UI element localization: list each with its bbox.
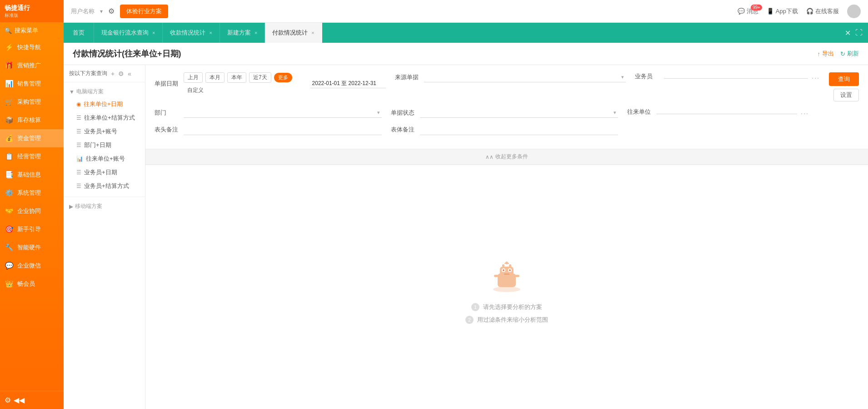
filter-cell-body-note: 表体备注 — [391, 124, 618, 135]
tab-payment-label: 付款情况统计 — [272, 29, 308, 37]
scheme-mobile-title: ▶ 移动端方案 — [64, 201, 145, 212]
refresh-button[interactable]: ↻ 刷新 — [840, 50, 859, 58]
staff-dots-button[interactable]: ... — [812, 73, 820, 80]
main-body: 单据日期 上月 本月 本年 近7天 更多 自定义 — [145, 65, 868, 409]
sidebar-item-guide[interactable]: 🎯 新手引导 — [0, 220, 64, 238]
tab-receipt[interactable]: 收款情况统计 × — [163, 23, 219, 43]
date-quick-buttons: 上月 本月 本年 近7天 更多 自定义 — [184, 72, 308, 95]
sidebar-item-operation[interactable]: 📋 经营管理 — [0, 147, 64, 166]
date-btn-more[interactable]: 更多 — [274, 73, 292, 82]
collapse-button[interactable]: ∧∧ 收起更多条件 — [485, 153, 528, 161]
sidebar-item-cooperation[interactable]: 🤝 企业协同 — [0, 202, 64, 220]
sidebar-item-purchase[interactable]: 🛒 采购管理 — [0, 93, 64, 111]
svg-rect-10 — [502, 264, 504, 267]
sidebar-item-finance[interactable]: 💰 资金管理 — [0, 129, 64, 147]
sidebar-item-nav[interactable]: ⚡ 快捷导航 — [0, 38, 64, 56]
hardware-icon: 🔧 — [5, 243, 14, 252]
tab-new-scheme[interactable]: 新建方案 × — [220, 23, 265, 43]
svg-point-5 — [503, 269, 504, 271]
app-download-label: App下载 — [776, 7, 798, 15]
filter-row-3: 表头备注 表体备注 — [155, 124, 859, 135]
scheme-item-staff-account-label: 业务员+账号 — [84, 127, 117, 136]
sidebar-item-marketing[interactable]: 🎁 营销推广 — [0, 56, 64, 75]
scheme-item-staff-date-icon: ☰ — [76, 169, 81, 176]
export-button[interactable]: ↑ 导出 — [818, 50, 834, 58]
scheme-add-icon[interactable]: + — [111, 70, 115, 77]
scheme-item-party-date[interactable]: ◉ 往来单位+日期 — [64, 97, 145, 111]
sidebar-settings-icon[interactable]: ⚙ — [5, 396, 11, 404]
tab-receipt-close-icon[interactable]: × — [209, 30, 212, 35]
date-range-input[interactable] — [310, 80, 386, 88]
query-button[interactable]: 查询 — [829, 72, 859, 86]
party-select[interactable] — [656, 110, 797, 114]
dept-select[interactable]: ▾ — [184, 108, 382, 118]
sidebar-item-wechat[interactable]: 💬 企业微信 — [0, 257, 64, 275]
tabbar-close-icon[interactable]: ✕ — [845, 29, 851, 37]
tab-bank-close-icon[interactable]: × — [152, 30, 155, 35]
wechat-icon: 💬 — [5, 261, 14, 270]
scheme-item-staff-date-label: 业务员+日期 — [84, 168, 117, 177]
scheme-item-staff-account[interactable]: ☰ 业务员+账号 — [64, 125, 145, 138]
topbar-avatar[interactable] — [847, 5, 861, 18]
scheme-item-party-settlement[interactable]: ☰ 往来单位+结算方式 — [64, 111, 145, 125]
message-badge: 99+ — [751, 5, 762, 10]
search-icon: 🔍 — [5, 27, 12, 34]
svg-point-6 — [509, 269, 511, 271]
tabbar-right: ✕ ⛶ — [839, 23, 868, 43]
svg-point-0 — [493, 287, 520, 292]
tab-bank[interactable]: 现金银行流水查询 × — [94, 23, 163, 43]
tab-home-label: 首页 — [73, 29, 85, 37]
filter-cell-date: 单据日期 上月 本月 本年 近7天 更多 自定义 — [155, 72, 386, 95]
tab-receipt-label: 收款情况统计 — [170, 29, 205, 37]
scheme-panel-header-text: 按以下方案查询 — [69, 70, 107, 77]
sidebar-search[interactable]: 🔍 搜索菜单 — [0, 23, 64, 38]
settings-button[interactable]: 设置 — [833, 89, 859, 101]
date-btn-last-month[interactable]: 上月 — [184, 72, 203, 83]
body-note-input[interactable] — [420, 124, 618, 135]
tab-home[interactable]: 首页 — [64, 23, 94, 43]
header-note-input[interactable] — [184, 124, 382, 135]
topbar-message[interactable]: 💬 消息 99+ — [738, 7, 758, 15]
sidebar: 畅捷通行 标准版 🔍 搜索菜单 ⚡ 快捷导航 🎁 营销推广 📊 销售管理 🛒 采… — [0, 0, 64, 409]
sidebar-item-basic[interactable]: 📑 基础信息 — [0, 166, 64, 184]
topbar-gear-icon[interactable]: ⚙ — [108, 7, 115, 15]
source-select[interactable]: ▾ — [424, 72, 626, 82]
staff-select[interactable] — [664, 75, 808, 79]
date-custom-label[interactable]: 自定义 — [184, 86, 207, 95]
scheme-settings-icon[interactable]: ⚙ — [118, 70, 124, 77]
voucher-status-select[interactable]: ▾ — [420, 108, 618, 118]
scheme-item-staff-date[interactable]: ☰ 业务员+日期 — [64, 166, 145, 179]
sidebar-item-sales[interactable]: 📊 销售管理 — [0, 75, 64, 93]
scheme-mobile-arrow: ▶ — [69, 203, 73, 210]
date-btn-7days[interactable]: 近7天 — [249, 72, 271, 83]
tabbar-fullscreen-icon[interactable]: ⛶ — [855, 29, 863, 37]
scheme-collapse-icon[interactable]: « — [128, 70, 131, 77]
scheme-item-staff-settlement[interactable]: ☰ 业务员+结算方式 — [64, 179, 145, 193]
topbar-app-download[interactable]: 📱 App下载 — [767, 7, 798, 15]
refresh-label: 刷新 — [847, 50, 859, 58]
scheme-item-dept-date-icon: ☰ — [76, 142, 81, 148]
trial-button[interactable]: 体验行业方案 — [120, 5, 168, 18]
marketing-icon: 🎁 — [5, 61, 14, 70]
tab-payment[interactable]: 付款情况统计 × — [265, 23, 322, 43]
page-title: 付款情况统计(往来单位+日期) — [73, 48, 181, 59]
step-1-text: 请先选择要分析的方案 — [483, 303, 542, 311]
scheme-item-staff-settlement-label: 业务员+结算方式 — [84, 182, 129, 190]
step-1-number: 1 — [471, 303, 479, 311]
party-label: 往来单位 — [627, 108, 653, 116]
date-btn-this-month[interactable]: 本月 — [205, 72, 224, 83]
sidebar-item-hardware[interactable]: 🔧 智能硬件 — [0, 238, 64, 257]
scheme-item-dept-date[interactable]: ☰ 部门+日期 — [64, 138, 145, 152]
sidebar-item-inventory[interactable]: 📦 库存核算 — [0, 111, 64, 129]
sidebar-collapse-icon[interactable]: ◀◀ — [14, 396, 25, 404]
scheme-item-party-account[interactable]: 📊 往来单位+账号 — [64, 152, 145, 166]
tab-new-scheme-close-icon[interactable]: × — [254, 30, 257, 35]
sidebar-item-system[interactable]: ⚙️ 系统管理 — [0, 184, 64, 202]
scheme-desktop-section: ▼ 电脑端方案 ◉ 往来单位+日期 ☰ 往来单位+结算方式 ☰ 业务员+账号 — [64, 82, 145, 197]
date-btn-this-year[interactable]: 本年 — [227, 72, 246, 83]
party-dots-button[interactable]: ... — [801, 108, 809, 116]
sidebar-item-member[interactable]: 👑 畅会员 — [0, 275, 64, 293]
scheme-item-party-account-icon: 📊 — [76, 156, 83, 162]
topbar-online-service[interactable]: 🎧 在线客服 — [806, 7, 839, 15]
tab-payment-close-icon[interactable]: × — [311, 30, 314, 35]
